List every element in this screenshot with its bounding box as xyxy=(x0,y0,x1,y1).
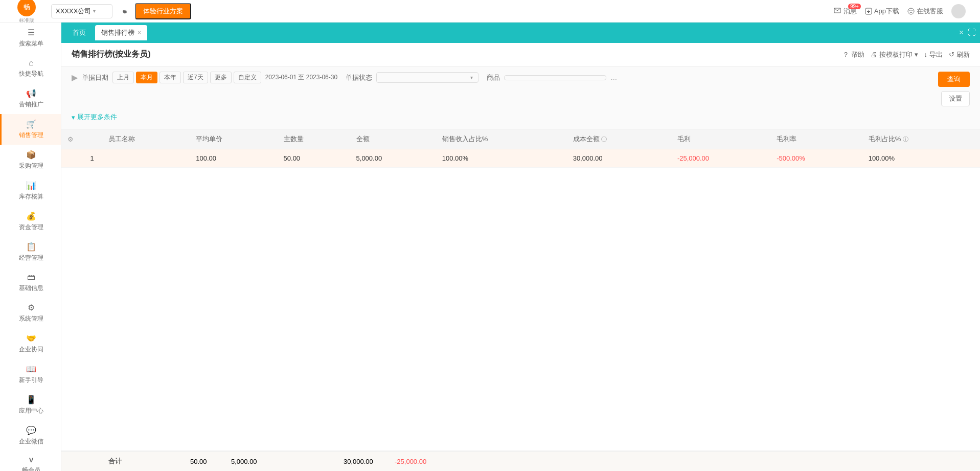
footer-cost: 30,000.00 xyxy=(344,458,395,465)
row-avg-price-cell: 100.00 xyxy=(190,149,277,168)
row-index-cell: 1 xyxy=(82,149,102,168)
tab-bar: 首页 销售排行榜 × × ⛶ xyxy=(61,23,980,43)
app-download-button[interactable]: App下载 xyxy=(865,7,899,16)
sidebar-item-marketing[interactable]: 📢 营销推广 xyxy=(0,83,61,114)
date-btn-prev-month[interactable]: 上月 xyxy=(112,72,134,83)
cost-info-icon[interactable]: ⓘ xyxy=(601,136,607,142)
sidebar-label-operations: 经营管理 xyxy=(19,254,43,262)
more-filters-icon[interactable]: … xyxy=(610,74,617,81)
table-footer: 合计 50.00 5,000.00 30,000.00 -25,000.00 xyxy=(61,451,980,471)
finance-icon: 💰 xyxy=(26,211,36,221)
tab-close-all-icon[interactable]: × xyxy=(959,28,964,37)
topbar-right: 消息 99+ App下载 在线客服 xyxy=(833,4,974,18)
sidebar-item-purchase[interactable]: 📦 采购管理 xyxy=(0,145,61,175)
filter-right-actions: 查询 设置 xyxy=(938,72,970,106)
sidebar: ☰ 搜索菜单 ⌂ 快捷导航 📢 营销推广 🛒 销售管理 📦 采购管理 📊 库存核… xyxy=(0,23,61,471)
company-selector[interactable]: XXXXX公司 ▾ xyxy=(51,4,112,18)
export-button[interactable]: ↓ 导出 xyxy=(924,50,943,59)
sidebar-item-enterprise[interactable]: 🤝 企业协同 xyxy=(0,328,61,359)
date-btn-current-year[interactable]: 本年 xyxy=(159,72,181,83)
expand-label: 展开更多条件 xyxy=(77,113,117,122)
sidebar-item-system[interactable]: ⚙ 系统管理 xyxy=(0,298,61,328)
date-btn-7days[interactable]: 近7天 xyxy=(183,72,208,83)
date-btn-current-month[interactable]: 本月 xyxy=(136,72,157,83)
expand-more-button[interactable]: ▾ 展开更多条件 xyxy=(72,113,970,122)
sidebar-label-purchase: 采购管理 xyxy=(19,162,43,170)
tab-close-icon[interactable]: × xyxy=(138,29,141,36)
query-button[interactable]: 查询 xyxy=(938,72,970,87)
goods-filter-group: 商品 … xyxy=(487,73,617,82)
svg-point-4 xyxy=(909,10,910,11)
date-btn-more[interactable]: 更多 xyxy=(210,72,232,83)
company-dropdown-arrow: ▾ xyxy=(93,8,96,14)
sales-icon: 🛒 xyxy=(26,119,36,129)
sidebar-item-member[interactable]: V 畅会员 xyxy=(0,451,61,471)
sidebar-item-inventory[interactable]: 📊 库存核算 xyxy=(0,175,61,206)
status-select[interactable]: ▾ xyxy=(376,72,478,83)
avatar[interactable] xyxy=(951,4,966,18)
sidebar-item-basic-info[interactable]: 🗃 基础信息 xyxy=(0,267,61,298)
sidebar-label-enterprise: 企业协同 xyxy=(19,345,43,354)
goods-input[interactable] xyxy=(504,75,606,80)
sidebar-label-sales: 销售管理 xyxy=(19,131,43,140)
date-btn-custom[interactable]: 自定义 xyxy=(234,72,261,83)
help-button[interactable]: ？ 帮助 xyxy=(842,50,864,59)
help-label: 帮助 xyxy=(851,50,864,59)
app-label: App下载 xyxy=(874,7,899,16)
operations-icon: 📋 xyxy=(26,242,36,252)
col-header-name: 员工名称 xyxy=(102,129,190,149)
sidebar-item-quick-nav[interactable]: ⌂ 快捷导航 xyxy=(0,53,61,83)
filter-main-row: ▶ 单据日期 上月 本月 本年 近7天 更多 自定义 2023-06-01 至 … xyxy=(72,72,970,106)
main-layout: ☰ 搜索菜单 ⌂ 快捷导航 📢 营销推广 🛒 销售管理 📦 采购管理 📊 库存核… xyxy=(0,23,980,471)
service-button[interactable]: 在线客服 xyxy=(907,7,943,16)
expand-down-icon: ▾ xyxy=(72,114,75,121)
template-print-button[interactable]: 🖨 按模板打印 ▾ xyxy=(871,50,918,59)
sidebar-item-wechat[interactable]: 💬 企业微信 xyxy=(0,420,61,451)
sidebar-item-search[interactable]: ☰ 搜索菜单 xyxy=(0,23,61,53)
sidebar-item-guide[interactable]: 📖 新手引导 xyxy=(0,359,61,390)
message-badge: 99+ xyxy=(848,4,861,9)
tab-home[interactable]: 首页 xyxy=(65,25,93,40)
row-quantity-cell: 50.00 xyxy=(278,149,350,168)
row-gross-cell: -25,000.00 xyxy=(671,149,770,168)
sidebar-label-inventory: 库存核算 xyxy=(19,192,43,201)
gross-ratio-info-icon[interactable]: ⓘ xyxy=(903,136,908,142)
col-header-gross-ratio: 毛利占比% ⓘ xyxy=(862,129,980,149)
col-header-avg-price: 平均单价 xyxy=(190,129,277,149)
page-title: 销售排行榜(按业务员) xyxy=(72,49,151,60)
inventory-icon: 📊 xyxy=(26,181,36,190)
col-header-amount: 全额 xyxy=(350,129,436,149)
footer-gross: -25,000.00 xyxy=(395,458,446,465)
page-content: 销售排行榜(按业务员) ？ 帮助 🖨 按模板打印 ▾ ↓ 导出 xyxy=(61,43,980,471)
svg-point-5 xyxy=(911,10,913,11)
trial-button[interactable]: 体验行业方案 xyxy=(135,3,191,19)
content-area: 首页 销售排行榜 × × ⛶ 销售排行榜(按业务员) ？ 帮助 xyxy=(61,23,980,471)
sidebar-label-guide: 新手引导 xyxy=(19,376,43,385)
help-icon: ？ xyxy=(842,50,849,59)
col-header-cost: 成本全额 ⓘ xyxy=(567,129,671,149)
sidebar-item-finance[interactable]: 💰 资金管理 xyxy=(0,206,61,237)
sidebar-item-app-center[interactable]: 📱 应用中心 xyxy=(0,390,61,420)
row-name-cell xyxy=(102,149,190,168)
filter-collapse-icon[interactable]: ▶ xyxy=(72,73,78,82)
sidebar-item-sales[interactable]: 🛒 销售管理 xyxy=(0,114,61,145)
settings-icon[interactable] xyxy=(117,4,131,18)
data-table: ⚙ 员工名称 平均单价 主数量 全额 销售收入占比% 成本全额 ⓘ 毛利 xyxy=(61,129,980,168)
date-buttons: 上月 本月 本年 近7天 更多 自定义 xyxy=(112,72,261,83)
status-dropdown-icon: ▾ xyxy=(470,75,473,80)
sidebar-label-marketing: 营销推广 xyxy=(19,100,43,109)
tab-expand-icon[interactable]: ⛶ xyxy=(968,28,976,37)
refresh-label: 刷新 xyxy=(956,50,970,59)
col-header-quantity: 主数量 xyxy=(278,129,350,149)
system-icon: ⚙ xyxy=(28,303,35,312)
settings-button[interactable]: 设置 xyxy=(941,91,970,106)
col-header-gross: 毛利 xyxy=(671,129,770,149)
sidebar-item-operations[interactable]: 📋 经营管理 xyxy=(0,237,61,267)
sidebar-label-quick-nav: 快捷导航 xyxy=(19,70,43,78)
message-button[interactable]: 消息 99+ xyxy=(833,7,857,16)
export-icon: ↓ xyxy=(924,51,928,58)
refresh-button[interactable]: ↺ 刷新 xyxy=(949,50,970,59)
row-cost-cell: 30,000.00 xyxy=(567,149,671,168)
column-settings-icon[interactable]: ⚙ xyxy=(67,136,74,143)
tab-sales-ranking[interactable]: 销售排行榜 × xyxy=(95,25,147,40)
